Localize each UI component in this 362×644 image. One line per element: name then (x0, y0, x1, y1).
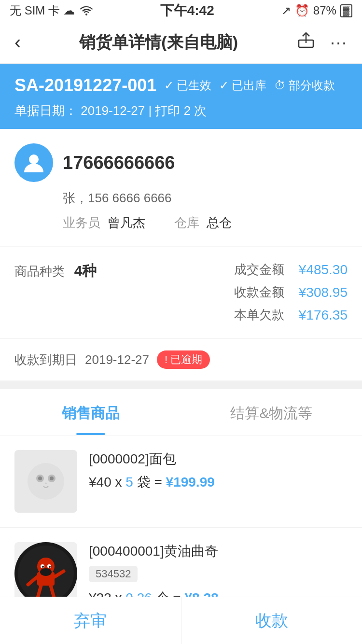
customer-meta: 业务员 曾凡杰 仓库 总仓 (63, 214, 348, 231)
nav-right-actions: ··· (296, 30, 348, 54)
deal-label: 成交金额 (234, 261, 284, 278)
customer-name-phone: 张，156 6666 6666 (63, 190, 348, 207)
cancel-review-button[interactable]: 弃审 (0, 597, 181, 644)
check-icon-2: ✓ (219, 79, 229, 92)
product-name-2: [000400001]黄油曲奇 (89, 542, 348, 560)
deal-amount: ¥485.30 (299, 262, 348, 278)
svg-point-16 (49, 566, 51, 568)
summary-section: 商品种类 4种 成交金额 ¥485.30 收款金额 ¥308.95 本单欠款 ¥… (0, 247, 362, 338)
order-date-info: 单据日期： 2019-12-27 | 打印 2 次 (14, 102, 348, 119)
debt-label: 本单欠款 (234, 307, 284, 323)
product-sku-2: 534532 (89, 566, 138, 582)
back-button[interactable]: ‹ (14, 31, 21, 53)
clock-icon: ⏱ (274, 79, 286, 92)
product-image-1 (14, 450, 77, 513)
status-time: 下午4:42 (160, 1, 214, 20)
status-left: 无 SIM 卡 ☁ (10, 3, 93, 18)
debt-amount: ¥176.35 (299, 308, 348, 323)
customer-avatar (14, 143, 53, 182)
no-sim-text: 无 SIM 卡 ☁ (10, 3, 75, 18)
product-info-1: [0000002]面包 ¥40 x 5 袋 = ¥199.99 (89, 450, 348, 491)
svg-point-1 (29, 154, 39, 164)
due-date-section: 收款到期日 2019-12-27 ! 已逾期 (0, 339, 362, 380)
nav-bar: ‹ 销货单详情(来自电脑) ··· (0, 21, 362, 64)
svg-point-2 (28, 463, 64, 500)
due-date-label: 收款到期日 (14, 351, 77, 368)
page-title: 销货单详情(来自电脑) (79, 31, 238, 54)
tab-settlement-logistics[interactable]: 结算&物流等 (181, 389, 362, 435)
battery-text: 87% (313, 4, 336, 17)
section-divider (0, 381, 362, 389)
product-type-info: 商品种类 4种 (14, 261, 97, 281)
receipt-amount: ¥308.95 (299, 285, 348, 300)
status-badge-shipped: ✓ 已出库 (219, 78, 266, 93)
svg-point-12 (40, 568, 52, 576)
product-name-1: [0000002]面包 (89, 450, 348, 468)
product-list: [0000002]面包 ¥40 x 5 袋 = ¥199.99 (0, 435, 362, 622)
more-button[interactable]: ··· (330, 32, 348, 53)
overdue-icon: ! (165, 353, 167, 366)
check-icon-1: ✓ (164, 79, 174, 92)
bottom-action-bar: 弃审 收款 (0, 597, 362, 644)
svg-point-5 (38, 476, 42, 480)
customer-id: 17666666666 (63, 153, 175, 173)
product-item: [0000002]面包 ¥40 x 5 袋 = ¥199.99 (0, 435, 362, 528)
sales-label: 业务员 (63, 215, 100, 230)
alarm-icon: ⏰ (295, 4, 309, 17)
status-badge-partial: ⏱ 部分收款 (274, 78, 335, 93)
collect-payment-button[interactable]: 收款 (181, 597, 362, 644)
due-date-value: 2019-12-27 (85, 352, 149, 367)
overdue-badge: ! 已逾期 (157, 350, 210, 369)
share-button[interactable] (296, 30, 316, 54)
status-right: ↗ ⏰ 87% ▓ (281, 4, 352, 17)
sales-value: 曾凡杰 (108, 215, 145, 230)
tab-sales-products[interactable]: 销售商品 (0, 389, 181, 435)
customer-section: 17666666666 张，156 6666 6666 业务员 曾凡杰 仓库 总… (0, 129, 362, 246)
status-bar: 无 SIM 卡 ☁ 下午4:42 ↗ ⏰ 87% ▓ (0, 0, 362, 21)
location-icon: ↗ (281, 4, 291, 17)
svg-point-15 (42, 566, 44, 568)
wifi-icon (80, 6, 93, 15)
amount-summary: 成交金额 ¥485.30 收款金额 ¥308.95 本单欠款 ¥176.35 (234, 261, 348, 323)
warehouse-label: 仓库 (174, 215, 199, 230)
svg-point-6 (50, 476, 54, 480)
product-tabs: 销售商品 结算&物流等 (0, 389, 362, 435)
order-header-banner: SA-20191227-001 ✓ 已生效 ✓ 已出库 ⏱ 部分收款 单据日期：… (0, 64, 362, 129)
product-price-1: ¥40 x 5 袋 = ¥199.99 (89, 473, 348, 491)
receipt-label: 收款金额 (234, 284, 284, 301)
status-badge-effective: ✓ 已生效 (164, 78, 211, 93)
warehouse-value: 总仓 (207, 215, 232, 230)
battery-icon: ▓ (340, 4, 352, 17)
product-image-2: diamond whale (14, 542, 77, 605)
order-id: SA-20191227-001 (14, 75, 156, 96)
